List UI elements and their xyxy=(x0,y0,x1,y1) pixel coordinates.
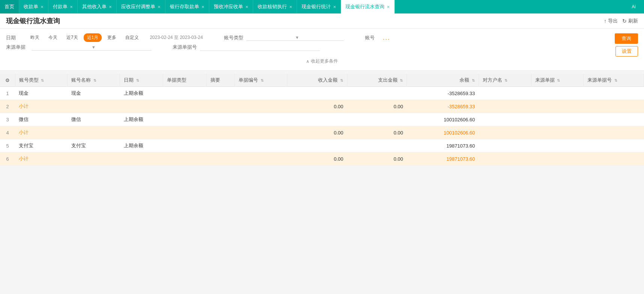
cell-source-doc-no xyxy=(584,87,644,100)
cell-date xyxy=(120,126,163,139)
nav-item-payment[interactable]: 付款单 ✕ xyxy=(48,0,78,13)
nav-label: 银行存取款单 xyxy=(170,3,199,10)
account-type-select[interactable]: ▼ xyxy=(246,34,344,41)
ai-badge: Ai xyxy=(629,4,638,10)
refresh-button[interactable]: ↻ 刷新 xyxy=(622,18,638,24)
close-icon[interactable]: ✕ xyxy=(201,5,204,9)
cell-income xyxy=(287,113,347,126)
col-expense[interactable]: 支出金额 ⇅ xyxy=(347,74,407,87)
col-doc-no[interactable]: 单据编号 ⇅ xyxy=(235,74,287,87)
table-row[interactable]: 5支付宝支付宝上期余额19871073.60 xyxy=(0,139,644,152)
col-counterpart[interactable]: 对方户名 ⇅ xyxy=(479,74,531,87)
close-icon[interactable]: ✕ xyxy=(158,5,161,9)
nav-label: 应收应付调整单 xyxy=(121,3,155,10)
col-source-doc-no[interactable]: 来源单据号 ⇅ xyxy=(584,74,644,87)
page-title: 现金银行流水查询 xyxy=(6,16,60,25)
date-btn-yesterday[interactable]: 昨天 xyxy=(27,33,43,42)
sort-icon: ⇅ xyxy=(400,78,403,82)
nav-item-receipt[interactable]: 收款单 ✕ xyxy=(19,0,48,13)
sort-icon: ⇅ xyxy=(136,78,139,82)
col-income-label: 收入金额 xyxy=(318,77,338,83)
filter-row-source: 来源单据 ▼ 来源单据号 xyxy=(6,43,615,51)
sort-icon: ⇅ xyxy=(93,78,96,82)
nav-item-cash-bank-stats[interactable]: 现金银行统计 ✕ xyxy=(297,0,341,13)
export-label: 导出 xyxy=(608,18,618,24)
cell-summary xyxy=(207,126,235,139)
col-summary[interactable]: 摘要 xyxy=(207,74,235,87)
col-date[interactable]: 日期 ⇅ xyxy=(120,74,163,87)
col-doc-type-label: 单据类型 xyxy=(167,77,186,83)
col-income[interactable]: 收入金额 ⇅ xyxy=(287,74,347,87)
cell-source-doc-no xyxy=(584,126,644,139)
col-account-name[interactable]: 账号名称 ⇅ xyxy=(68,74,120,87)
close-icon[interactable]: ✕ xyxy=(387,5,390,9)
row-index: 1 xyxy=(0,87,15,100)
cell-income xyxy=(287,139,347,152)
table-row[interactable]: 1现金现金上期余额-3528659.33 xyxy=(0,87,644,100)
cell-account-name: 现金 xyxy=(68,87,120,100)
account-dots-button[interactable]: ... xyxy=(383,34,390,41)
nav-item-home[interactable]: 首页 xyxy=(0,0,19,13)
col-settings[interactable]: ⚙ xyxy=(0,74,15,87)
col-doc-type[interactable]: 单据类型 xyxy=(163,74,206,87)
source-doc-select[interactable]: ▼ xyxy=(32,44,152,51)
home-label: 首页 xyxy=(5,3,14,10)
cell-doc-type xyxy=(163,87,206,100)
nav-item-advance-receipt[interactable]: 预收冲应收单 ✕ xyxy=(209,0,253,13)
collapse-button[interactable]: ∧ 收起更多条件 xyxy=(306,58,338,64)
settings-button[interactable]: 设置 xyxy=(615,46,638,57)
nav-item-other-income[interactable]: 其他收入单 ✕ xyxy=(78,0,117,13)
cell-source-doc xyxy=(531,152,584,166)
close-icon[interactable]: ✕ xyxy=(245,5,248,9)
col-balance[interactable]: 余额 ⇅ xyxy=(407,74,479,87)
col-balance-label: 余额 xyxy=(459,77,469,83)
row-index: 2 xyxy=(0,100,15,113)
refresh-icon: ↻ xyxy=(622,18,627,24)
cell-expense xyxy=(347,87,407,100)
nav-item-ar-ap-adjustment[interactable]: 应收应付调整单 ✕ xyxy=(117,0,165,13)
cell-doc-type xyxy=(163,139,206,152)
dropdown-arrow-icon: ▼ xyxy=(295,35,342,40)
table-row[interactable]: 3微信微信上期余额100102606.60 xyxy=(0,113,644,126)
col-source-doc-no-label: 来源单据号 xyxy=(587,77,612,83)
nav-label: 付款单 xyxy=(53,3,68,10)
source-doc-no-input[interactable] xyxy=(200,43,320,51)
date-btn-7days[interactable]: 近7天 xyxy=(63,33,81,42)
close-icon[interactable]: ✕ xyxy=(289,5,292,9)
col-counterpart-label: 对方户名 xyxy=(483,77,502,83)
cell-source-doc-no xyxy=(584,113,644,126)
export-button[interactable]: ↑ 导出 xyxy=(604,18,618,24)
table-row[interactable]: 4小计0.000.00100102606.60 xyxy=(0,126,644,139)
date-btn-1month[interactable]: 近1月 xyxy=(84,33,102,42)
cell-account-name: 支付宝 xyxy=(68,139,120,152)
cell-date xyxy=(120,152,163,166)
col-account-type[interactable]: 账号类型 ⇅ xyxy=(15,74,68,87)
query-button[interactable]: 查询 xyxy=(615,33,638,44)
account-type-label: 账号类型 xyxy=(224,34,243,41)
close-icon[interactable]: ✕ xyxy=(70,5,73,9)
date-btn-today[interactable]: 今天 xyxy=(45,33,61,42)
table-row[interactable]: 6小计0.000.0019871073.60 xyxy=(0,152,644,166)
close-icon[interactable]: ✕ xyxy=(109,5,112,9)
col-source-doc-label: 来源单据 xyxy=(535,77,555,83)
close-icon[interactable]: ✕ xyxy=(333,5,336,9)
col-source-doc[interactable]: 来源单据 ⇅ xyxy=(531,74,584,87)
row-index: 6 xyxy=(0,152,15,166)
table-row[interactable]: 2小计0.000.00-3528659.33 xyxy=(0,100,644,113)
collapse-up-icon: ∧ xyxy=(306,59,309,64)
nav-label: 其他收入单 xyxy=(82,3,107,10)
cell-doc-no xyxy=(235,87,287,100)
col-summary-label: 摘要 xyxy=(210,77,220,83)
date-btn-more[interactable]: 更多 xyxy=(104,33,120,42)
close-icon[interactable]: ✕ xyxy=(41,5,44,9)
cell-summary xyxy=(207,139,235,152)
date-btn-custom[interactable]: 自定义 xyxy=(122,33,142,42)
nav-item-cash-bank-flow[interactable]: 现金银行流水查询 ✕ xyxy=(341,0,395,13)
cell-balance: 19871073.60 xyxy=(407,152,479,166)
nav-item-receipt-execution[interactable]: 收款核销执行 ✕ xyxy=(253,0,297,13)
nav-label: 预收冲应收单 xyxy=(214,3,243,10)
data-table-container: ⚙ 账号类型 ⇅ 账号名称 ⇅ 日期 ⇅ 单据类型 摘要 xyxy=(0,74,644,166)
source-doc-no-label: 来源单据号 xyxy=(173,44,197,51)
nav-item-bank-deposit[interactable]: 银行存取款单 ✕ xyxy=(165,0,209,13)
cell-source-doc-no xyxy=(584,100,644,113)
